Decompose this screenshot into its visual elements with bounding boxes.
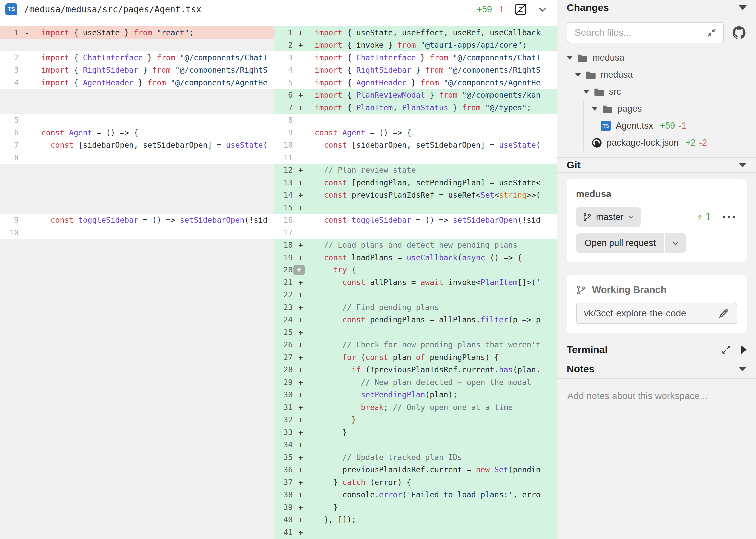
code-text: import { AgentHeader } from "@/component… (309, 78, 541, 87)
diff-filler-line (0, 301, 274, 314)
tree-folder-medusa[interactable]: medusa (567, 49, 747, 66)
diff-code-line: 41+ (274, 526, 557, 539)
notes-input-area[interactable]: Add notes about this workspace... (557, 379, 756, 413)
code-text: import { RightSidebar } from "@/componen… (309, 66, 541, 74)
line-number: 8 (0, 153, 19, 162)
open-terminal-icon[interactable] (741, 345, 747, 354)
indent-guide (575, 100, 583, 117)
diff-row: 6+import { PlanReviewModal } from "@/com… (0, 89, 557, 102)
diff-row: 36+ previousPlanIdsRef.current = new Set… (0, 464, 557, 476)
diff-code-line: 25+ (274, 326, 557, 339)
diff-filler-line (0, 264, 274, 276)
diff-row: 40+ }, []); (0, 514, 557, 526)
tree-file-Agent.tsx[interactable]: TSAgent.tsx+59-1 (567, 117, 747, 134)
notes-section-header[interactable]: Notes (557, 359, 756, 379)
diff-sign: + (293, 528, 309, 537)
open-pull-request-button[interactable]: Open pull request (576, 233, 664, 253)
tree-file-package-lock.json[interactable]: package-lock.json+2-2 (567, 134, 747, 151)
file-path: /medusa/medusa/src/pages/Agent.tsx (24, 4, 201, 14)
tree-item-label: medusa (592, 53, 624, 63)
code-text: import { AgentHeader } from "@/component… (36, 78, 268, 87)
diff-row: 29+ // New plan detected – open the moda… (0, 376, 557, 389)
chevron-down-icon[interactable] (739, 163, 747, 167)
line-number: 15 (274, 203, 293, 212)
chevron-down-icon[interactable] (567, 56, 573, 60)
npm-package-icon (592, 138, 602, 148)
diff-sign: + (293, 503, 309, 512)
line-number: 25 (274, 328, 293, 337)
diff-code-line: 16 const toggleSidebar = () => setSideba… (274, 214, 557, 227)
chevron-down-icon[interactable] (592, 107, 598, 111)
diff-filler-line (0, 376, 274, 389)
more-options-icon[interactable]: ··· (722, 214, 737, 220)
diff-code-line: 26+ // Check for new pending plans that … (274, 339, 557, 351)
line-number: 39 (274, 503, 293, 512)
code-text: const Agent = () => { (309, 128, 411, 137)
diff-stats: +59 -1 (477, 4, 504, 15)
diff-code-line: 18+ // Load plans and detect new pending… (274, 239, 557, 252)
line-number: 16 (274, 216, 293, 224)
app-window: TS /medusa/medusa/src/pages/Agent.tsx +5… (0, 0, 756, 539)
line-number: 36 (274, 465, 293, 474)
git-title: Git (567, 159, 581, 171)
code-text: import { PlanReviewModal } from "@/compo… (309, 91, 541, 99)
git-section-header[interactable]: Git (557, 157, 756, 173)
expand-terminal-icon[interactable] (722, 345, 731, 354)
chevron-down-icon[interactable] (739, 5, 747, 10)
indent-guide (575, 83, 583, 100)
diff-sign: + (293, 191, 309, 199)
tree-folder-medusa[interactable]: medusa (567, 66, 747, 83)
diff-row: 31+ break; // Only open one at a time (0, 401, 557, 414)
diff-sign: + (293, 340, 309, 349)
deletions-count: -1 (678, 121, 686, 131)
code-text: const pendingPlans = allPlans.filter(p =… (309, 315, 541, 324)
tree-folder-pages[interactable]: pages (567, 100, 747, 117)
line-number: 6 (0, 128, 19, 137)
line-number: 9 (0, 216, 19, 224)
diff-code-line: 6+import { PlanReviewModal } from "@/com… (274, 89, 557, 102)
diff-code-line: 10 (0, 226, 274, 239)
arrow-up-icon: ↑ (697, 211, 703, 223)
collapse-tree-icon[interactable] (707, 28, 717, 38)
chevron-down-icon[interactable] (575, 73, 581, 77)
indent-guide (567, 83, 575, 100)
edit-branch-icon[interactable] (718, 308, 729, 319)
add-comment-button[interactable]: + (293, 265, 305, 275)
diff-filler-line (0, 326, 274, 339)
diff-code-line: 13+ const [pendingPlan, setPendingPlan] … (274, 176, 557, 189)
diff-code-line: 14+ const previousPlanIdsRef = useRef<Se… (274, 189, 557, 202)
line-number: 40 (274, 515, 293, 524)
tree-folder-src[interactable]: src (567, 83, 747, 100)
diff-code-line: 3import { ChatInterface } from "@/compon… (274, 51, 557, 64)
chevron-down-icon[interactable] (583, 90, 589, 94)
split-diff-icon[interactable] (514, 3, 527, 16)
diff-code-line: 20+ try {+ (274, 264, 557, 276)
terminal-section-header[interactable]: Terminal (557, 340, 756, 359)
collapse-file-chevron-icon[interactable] (537, 4, 548, 15)
diff-code-line: 7+import { PlanItem, PlanStatus } from "… (274, 101, 557, 114)
diff-sign: + (293, 490, 309, 499)
search-files-box[interactable] (567, 22, 724, 43)
branch-selector[interactable]: master (576, 207, 641, 227)
diff-sign: + (293, 390, 309, 399)
code-text: import { invoke } from "@tauri-apps/api/… (309, 41, 527, 49)
diff-row: 14+ const previousPlanIdsRef = useRef<Se… (0, 189, 557, 202)
code-text: const allPlans = await invoke<PlanItem[]… (309, 278, 541, 287)
code-text: } catch (error) { (309, 478, 411, 487)
chevron-down-icon (628, 214, 634, 220)
chevron-down-icon[interactable] (739, 367, 747, 371)
working-branch-field[interactable]: vk/3ccf-explore-the-code (576, 303, 737, 324)
diff-code-line: 40+ }, []); (274, 514, 557, 526)
pull-request-options-button[interactable] (665, 233, 686, 253)
diff-row: 33+ } (0, 426, 557, 439)
line-number: 5 (0, 116, 19, 124)
search-files-input[interactable] (574, 27, 707, 38)
line-number: 1 (0, 28, 19, 37)
diff-row: 3import { RightSidebar } from "@/compone… (0, 64, 557, 77)
diff-code-line: 10 const [sidebarOpen, setSidebarOpen] =… (274, 139, 557, 152)
diff-code-line: 5import { AgentHeader } from "@/componen… (274, 76, 557, 89)
github-icon[interactable] (731, 25, 747, 40)
changes-section-header[interactable]: Changes (557, 0, 756, 15)
indent-guide (567, 100, 575, 117)
diff-filler-line (0, 501, 274, 514)
